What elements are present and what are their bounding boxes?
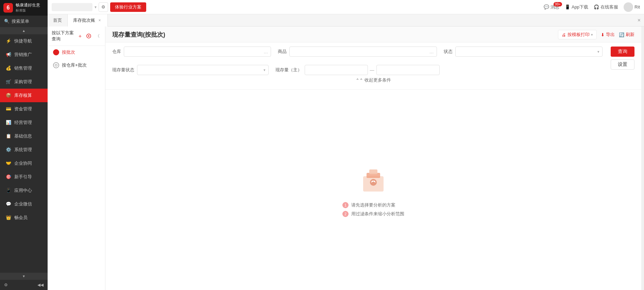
- settings-footer-btn[interactable]: ⚙: [4, 283, 8, 287]
- topbar-gear-btn[interactable]: ⚙: [99, 2, 108, 12]
- svg-point-2: [55, 51, 57, 54]
- status-select[interactable]: ▾: [455, 47, 603, 57]
- headset-icon: 🎧: [594, 4, 599, 10]
- stock-qty-min-input[interactable]: [305, 65, 368, 75]
- close-all-tabs-btn[interactable]: ×: [638, 17, 641, 23]
- page-title: 现存量查询(按批次): [112, 31, 165, 39]
- empty-tip-1: 1 请先选择要分析的方案: [342, 202, 404, 208]
- stock-status-select[interactable]: ▾: [137, 65, 269, 75]
- user-name: Rit: [634, 4, 640, 10]
- collapse-scheme-btn[interactable]: 《: [94, 33, 101, 39]
- warehouse-input[interactable]: …: [124, 47, 271, 57]
- online-service-btn[interactable]: 🎧 在线客服: [594, 4, 618, 10]
- print-dropdown-icon[interactable]: ▾: [591, 33, 593, 37]
- sidebar-item-quick-nav[interactable]: ⚡ 快捷导航: [0, 34, 48, 48]
- refresh-icon: 🔄: [619, 32, 624, 37]
- search-menu-label: 搜索菜单: [12, 18, 29, 24]
- avatar: [624, 2, 633, 12]
- topbar-breadcrumb-area: ▾ ⚙ 体验行业方案: [52, 2, 541, 12]
- sidebar-item-label: 快捷导航: [14, 38, 32, 44]
- sidebar-item-label: 畅会员: [14, 215, 28, 221]
- sidebar-scroll-up[interactable]: ▲: [0, 28, 48, 34]
- topbar-right: 💬 消息 99+ 📱 App下载 🎧 在线客服 Rit: [544, 2, 640, 12]
- filter-area: 仓库 … 商品 …: [105, 42, 641, 90]
- sidebar-item-purchase[interactable]: 🛒 采购管理: [0, 75, 48, 89]
- printer-icon: 🖨: [562, 32, 566, 37]
- stock-status-filter: 现存量状态 ▾: [112, 65, 269, 75]
- topbar-chevron-icon: ▾: [95, 5, 97, 10]
- tab-batch-account[interactable]: 库存批次账 ×: [68, 14, 108, 26]
- sidebar-item-label: 采购管理: [14, 79, 32, 85]
- sidebar-header: 6 畅康通好生意 标准版: [0, 0, 48, 16]
- collapse-footer-btn[interactable]: ◀◀: [37, 283, 44, 287]
- scheme-panel: 按以下方案查询 ＋ 《: [48, 26, 105, 290]
- page-header: 现存量查询(按批次) 🖨 按模板打印 ▾ ⬇ 导出 🔄 刷新: [105, 26, 641, 42]
- stock-qty-max-input[interactable]: [376, 65, 440, 75]
- sidebar-item-wechat[interactable]: 💬 企业微信: [0, 197, 48, 211]
- target-icon: [86, 33, 91, 39]
- scheme-item-label: 按批次: [62, 49, 75, 55]
- status-label: 状态: [444, 49, 453, 55]
- empty-tip-2-text: 用过滤条件来缩小分析范围: [351, 211, 404, 217]
- sidebar-item-inventory[interactable]: 📦 库存核算: [0, 89, 48, 102]
- search-menu-item[interactable]: 🔍 搜索菜单: [0, 16, 48, 28]
- sidebar-item-label: 经营管理: [14, 120, 32, 126]
- sidebar-item-enterprise[interactable]: 🤝 企业协同: [0, 157, 48, 170]
- sidebar-item-newbie[interactable]: 🎯 新手引导: [0, 170, 48, 184]
- collapse-more-conditions-btn[interactable]: ⌃⌃ 收起更多条件: [112, 75, 634, 85]
- sidebar-item-system[interactable]: ⚙️ 系统管理: [0, 143, 48, 157]
- page-header-actions: 🖨 按模板打印 ▾ ⬇ 导出 🔄 刷新: [558, 30, 634, 39]
- warehouse-filter: 仓库 …: [112, 47, 271, 57]
- app-download-label: App下载: [572, 4, 588, 10]
- query-btn[interactable]: 查询: [611, 47, 634, 57]
- topbar: ▾ ⚙ 体验行业方案 💬 消息 99+ 📱 App下载 🎧 在线客服 Ri: [48, 0, 644, 14]
- product-input[interactable]: …: [289, 47, 437, 57]
- trial-btn[interactable]: 体验行业方案: [110, 2, 146, 12]
- inventory-icon: 📦: [5, 92, 12, 98]
- company-name: 畅康通好生意: [16, 3, 40, 8]
- sidebar-item-label: 企业协同: [14, 160, 32, 166]
- message-btn[interactable]: 💬 消息 99+: [544, 4, 559, 10]
- sidebar-item-label: 资金管理: [14, 106, 32, 112]
- sidebar-item-app-center[interactable]: 📱 应用中心: [0, 184, 48, 197]
- product-more-icon[interactable]: …: [429, 49, 434, 54]
- print-btn[interactable]: 🖨 按模板打印 ▾: [558, 30, 597, 39]
- sidebar-item-operations[interactable]: 📊 经营管理: [0, 116, 48, 129]
- scheme-item-by-batch[interactable]: 按批次: [48, 46, 105, 59]
- online-service-label: 在线客服: [600, 4, 618, 10]
- sidebar-item-member[interactable]: 👑 畅会员: [0, 211, 48, 224]
- right-scrollbar[interactable]: [641, 26, 644, 290]
- company-info: 畅康通好生意 标准版: [16, 3, 40, 13]
- tabs-bar: 首页 库存批次账 × ×: [48, 14, 644, 26]
- sidebar-item-sales[interactable]: 💰 销售管理: [0, 61, 48, 75]
- add-scheme-btn[interactable]: ＋: [77, 33, 83, 39]
- app-download-icon: 📱: [565, 4, 570, 10]
- finance-icon: 💳: [5, 106, 12, 112]
- sidebar-item-label: 营销推广: [14, 52, 32, 58]
- sidebar-item-basic-info[interactable]: 📋 基础信息: [0, 129, 48, 143]
- quick-nav-icon: ⚡: [5, 38, 12, 44]
- app-download-btn[interactable]: 📱 App下载: [565, 4, 588, 10]
- refresh-btn[interactable]: 🔄 刷新: [619, 32, 634, 38]
- sidebar-item-marketing[interactable]: 📢 营销推广: [0, 48, 48, 61]
- topbar-search-input[interactable]: [52, 3, 92, 11]
- product-filter: 商品 …: [278, 47, 437, 57]
- sidebar-scroll-down[interactable]: ▼: [0, 273, 48, 279]
- set-btn[interactable]: 设置: [611, 59, 634, 70]
- print-btn-label: 按模板打印: [567, 32, 590, 38]
- export-btn[interactable]: ⬇ 导出: [601, 32, 615, 38]
- sidebar-item-finance[interactable]: 💳 资金管理: [0, 102, 48, 116]
- scheme-settings-btn[interactable]: [85, 33, 92, 39]
- svg-point-8: [372, 181, 373, 182]
- scheme-item-by-warehouse-batch[interactable]: 按仓库+批次: [48, 59, 105, 72]
- empty-tip-1-text: 请先选择要分析的方案: [351, 202, 395, 208]
- wechat-icon: 💬: [5, 201, 12, 207]
- warehouse-more-icon[interactable]: …: [264, 49, 268, 54]
- tab-close-btn[interactable]: ×: [97, 18, 102, 23]
- tab-home[interactable]: 首页: [48, 14, 68, 26]
- user-avatar-area[interactable]: Rit: [624, 2, 640, 12]
- sidebar-item-label: 系统管理: [14, 147, 32, 153]
- stock-status-dropdown-icon: ▾: [264, 68, 266, 72]
- export-icon: ⬇: [601, 32, 605, 37]
- purchase-icon: 🛒: [5, 79, 12, 85]
